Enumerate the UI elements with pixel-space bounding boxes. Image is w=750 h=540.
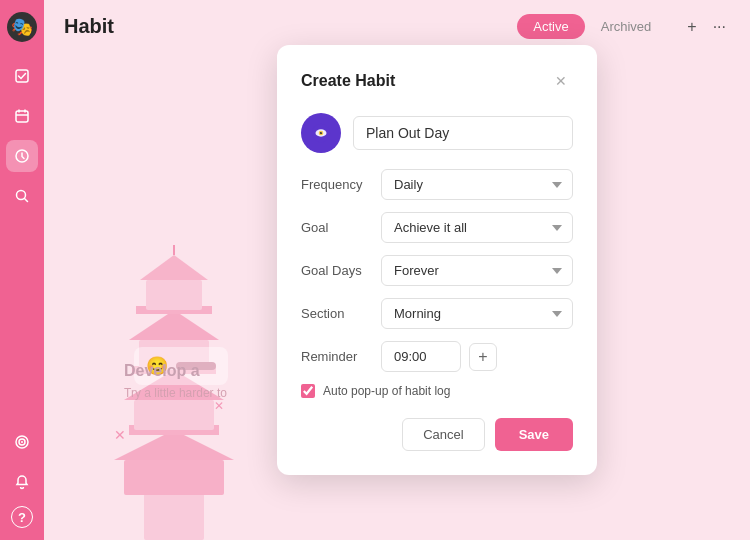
auto-popup-row: Auto pop-up of habit log bbox=[301, 384, 573, 398]
sidebar-item-check[interactable] bbox=[6, 60, 38, 92]
section-select[interactable]: Morning Afternoon Evening bbox=[381, 298, 573, 329]
goal-select[interactable]: Achieve it all Custom bbox=[381, 212, 573, 243]
frequency-label: Frequency bbox=[301, 177, 381, 192]
frequency-row: Frequency Daily Weekly Monthly bbox=[301, 169, 573, 200]
goal-days-select[interactable]: Forever 30 Days 60 Days bbox=[381, 255, 573, 286]
auto-popup-checkbox[interactable] bbox=[301, 384, 315, 398]
section-label: Section bbox=[301, 306, 381, 321]
svg-point-26 bbox=[322, 132, 323, 133]
main-content: Habit Active Archived + ··· bbox=[44, 0, 750, 540]
sidebar-item-help[interactable]: ? bbox=[11, 506, 33, 528]
sidebar-item-clock[interactable] bbox=[6, 140, 38, 172]
reminder-label: Reminder bbox=[301, 349, 381, 364]
add-reminder-button[interactable]: + bbox=[469, 343, 497, 371]
frequency-select[interactable]: Daily Weekly Monthly bbox=[381, 169, 573, 200]
goal-label: Goal bbox=[301, 220, 381, 235]
svg-rect-1 bbox=[16, 111, 28, 122]
sidebar: 🎭 bbox=[0, 0, 44, 540]
modal-footer: Cancel Save bbox=[301, 418, 573, 451]
reminder-time-input[interactable] bbox=[381, 341, 461, 372]
reminder-row: Reminder + bbox=[301, 341, 573, 372]
sidebar-item-calendar[interactable] bbox=[6, 100, 38, 132]
sidebar-item-bell[interactable] bbox=[6, 466, 38, 498]
svg-point-6 bbox=[21, 441, 23, 443]
modal-backdrop: Create Habit ✕ bbox=[44, 0, 750, 540]
section-row: Section Morning Afternoon Evening bbox=[301, 298, 573, 329]
create-habit-modal: Create Habit ✕ bbox=[277, 45, 597, 475]
modal-header: Create Habit ✕ bbox=[301, 69, 573, 93]
goal-days-label: Goal Days bbox=[301, 263, 381, 278]
habit-icon-button[interactable] bbox=[301, 113, 341, 153]
cancel-button[interactable]: Cancel bbox=[402, 418, 484, 451]
goal-days-row: Goal Days Forever 30 Days 60 Days bbox=[301, 255, 573, 286]
habit-top-row bbox=[301, 113, 573, 153]
save-button[interactable]: Save bbox=[495, 418, 573, 451]
auto-popup-label[interactable]: Auto pop-up of habit log bbox=[323, 384, 450, 398]
close-button[interactable]: ✕ bbox=[549, 69, 573, 93]
avatar[interactable]: 🎭 bbox=[7, 12, 37, 42]
goal-row: Goal Achieve it all Custom bbox=[301, 212, 573, 243]
modal-title: Create Habit bbox=[301, 72, 395, 90]
sidebar-item-target[interactable] bbox=[6, 426, 38, 458]
sidebar-item-search[interactable] bbox=[6, 180, 38, 212]
habit-name-input[interactable] bbox=[353, 116, 573, 150]
